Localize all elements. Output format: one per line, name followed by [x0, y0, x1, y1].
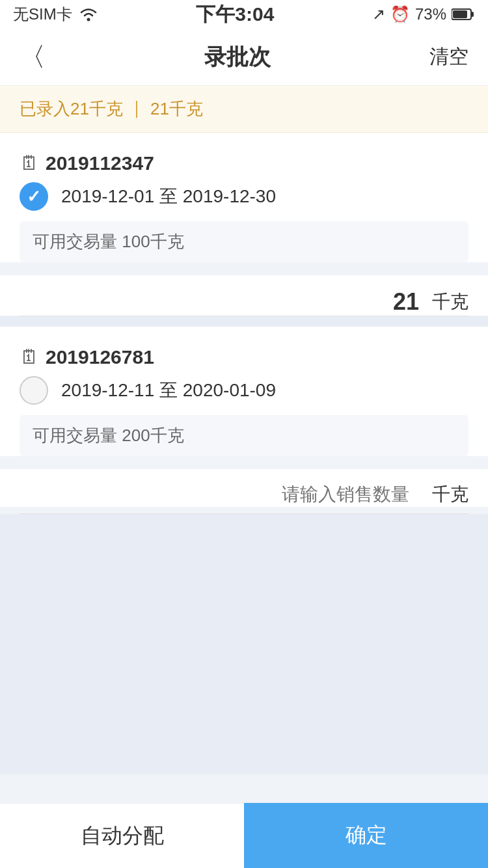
svg-rect-2	[471, 12, 474, 17]
batch-2-date: 2019-12-11 至 2020-01-09	[61, 378, 276, 403]
battery-icon	[452, 8, 475, 21]
batch-card-2: 🗓 2019126781 2019-12-11 至 2020-01-09 可用交…	[0, 327, 488, 456]
info-divider	[136, 101, 137, 118]
batch-1-radio[interactable]	[20, 182, 48, 211]
empty-area	[0, 514, 488, 774]
status-right: ↗ ⏰ 73%	[372, 5, 475, 23]
batch-1-available-box: 可用交易量 100千克	[20, 221, 468, 262]
quantity-input[interactable]	[20, 484, 419, 505]
nav-bar: 〈 录批次 清空	[0, 29, 488, 86]
clear-button[interactable]: 清空	[429, 44, 468, 70]
auto-distribute-button[interactable]: 自动分配	[0, 803, 244, 868]
batch-2-available: 可用交易量 200千克	[33, 426, 184, 445]
batch-2-input-row: 千克	[0, 469, 488, 507]
section-separator	[0, 316, 488, 327]
svg-point-0	[87, 18, 90, 21]
page-title: 录批次	[204, 42, 271, 72]
batch-card-1: 🗓 2019112347 2019-12-01 至 2019-12-30 可用交…	[0, 133, 488, 262]
batch-1-header: 🗓 2019112347	[20, 152, 468, 174]
location-icon: ↗	[372, 5, 385, 23]
carrier-text: 无SIM卡	[13, 4, 72, 25]
batch-1-id: 2019112347	[46, 152, 154, 174]
batch-2-available-box: 可用交易量 200千克	[20, 415, 468, 456]
batch-2-radio[interactable]	[20, 376, 48, 405]
batch-2-id: 2019126781	[46, 346, 154, 368]
batch-1-available: 可用交易量 100千克	[33, 232, 184, 251]
status-time: 下午3:04	[196, 1, 274, 28]
batch-1-icon: 🗓	[20, 152, 39, 174]
info-banner: 已录入21千克 21千克	[0, 86, 488, 133]
batch-1-amount-value: 21	[393, 288, 419, 316]
batch-1-amount-row: 21 千克	[0, 275, 488, 316]
confirm-button[interactable]: 确定	[244, 803, 488, 868]
svg-rect-3	[453, 10, 467, 18]
battery-text: 73%	[415, 5, 446, 23]
batch-2-unit: 千克	[432, 482, 468, 507]
bottom-bar: 自动分配 确定	[0, 803, 488, 868]
info-value: 21千克	[150, 98, 203, 120]
info-label: 已录入21千克	[20, 98, 123, 120]
batch-1-amount-unit: 千克	[432, 290, 468, 314]
batch-1-date-row: 2019-12-01 至 2019-12-30	[20, 182, 468, 211]
status-left: 无SIM卡	[13, 4, 98, 25]
batch-2-header: 🗓 2019126781	[20, 346, 468, 368]
batch-2-date-row: 2019-12-11 至 2020-01-09	[20, 376, 468, 405]
wifi-icon	[79, 7, 98, 21]
batch-2-icon: 🗓	[20, 346, 39, 368]
alarm-icon: ⏰	[390, 5, 410, 23]
back-button[interactable]: 〈	[20, 39, 46, 75]
batch-1-date: 2019-12-01 至 2019-12-30	[61, 184, 276, 209]
status-bar: 无SIM卡 下午3:04 ↗ ⏰ 73%	[0, 0, 488, 29]
